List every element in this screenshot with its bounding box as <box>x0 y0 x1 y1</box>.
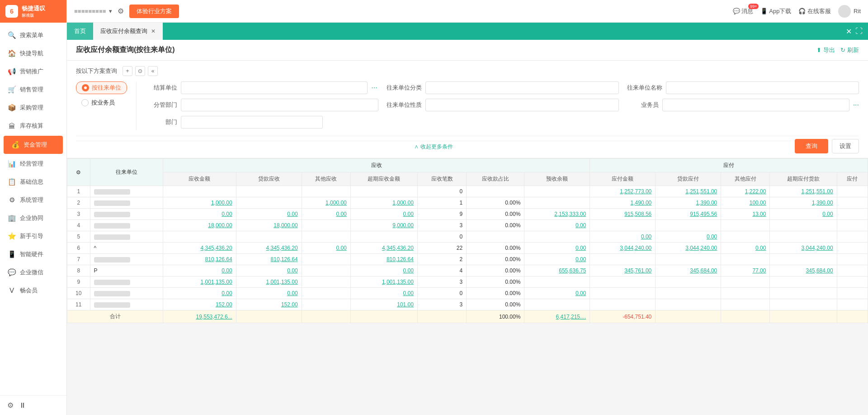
row-cell-other_recv <box>302 265 350 277</box>
window-close-icon[interactable]: ✕ <box>846 27 852 36</box>
filter-settlement: 结算单位 ··· <box>146 81 377 94</box>
row-cell-loan_recv: 18,000.00 <box>236 220 302 231</box>
radio-active-icon <box>82 84 89 91</box>
sidebar-item-marketing[interactable]: 📢 营销推广 <box>0 62 66 81</box>
col-recv-amt: 应收金额 <box>163 172 236 186</box>
row-id: 10 <box>67 288 90 299</box>
row-cell-pay_amt: 345,761.00 <box>590 265 656 277</box>
sidebar-item-basic-info[interactable]: 📋 基础信息 <box>0 173 66 191</box>
col-settings[interactable]: ⚙ <box>67 159 90 186</box>
row-cell-recv_pct: 0.00% <box>467 220 524 231</box>
row-id: 9 <box>67 277 90 288</box>
row-cell-advance_bal: 0.00 <box>524 288 590 299</box>
row-partner-name <box>90 299 163 310</box>
tab-home[interactable]: 首页 <box>67 23 93 40</box>
gear-icon[interactable]: ⚙ <box>118 7 124 15</box>
row-cell-pay_col <box>837 186 868 197</box>
search-icon-group: + ⊙ « <box>123 66 158 76</box>
refresh-button[interactable]: ↻ 刷新 <box>840 46 859 54</box>
sidebar-item-sales[interactable]: 🛒 销售管理 <box>0 81 66 99</box>
main-content: 应收应付余额查询(按往来单位) ⬆ 导出 ↻ 刷新 按以下方案查询 + ⊙ « <box>67 40 868 415</box>
row-cell-other_recv: 0.00 <box>302 243 350 254</box>
add-scheme-btn[interactable]: + <box>123 66 132 76</box>
table-row: 8P0.000.000.0040.00%655,636.75345,761.00… <box>67 265 868 277</box>
col-advance-bal: 预收余额 <box>524 172 590 186</box>
row-cell-recv_count: 9 <box>417 209 466 220</box>
view-by-partner[interactable]: 按往来单位 <box>76 81 127 94</box>
sidebar-item-search-menu[interactable]: 🔍 搜索菜单 <box>0 26 66 44</box>
row-cell-pay_amt <box>590 277 656 288</box>
table-row: 100.000.000.0000.00%0.00 <box>67 288 868 299</box>
settlement-more-icon[interactable]: ··· <box>371 84 377 92</box>
settlement-unit-input[interactable] <box>181 81 368 94</box>
row-cell-recv_pct: 0.00% <box>467 243 524 254</box>
partner-category-select[interactable] <box>425 81 619 94</box>
salesperson-more-icon[interactable]: ··· <box>853 101 859 109</box>
settings-icon[interactable]: ⚙ <box>7 401 14 410</box>
sidebar-item-system[interactable]: ⚙ 系统管理 <box>0 191 66 209</box>
row-cell-other_recv <box>302 299 350 310</box>
row-cell-recv_count: 0 <box>417 186 466 197</box>
window-expand-icon[interactable]: ⛶ <box>855 27 863 35</box>
collapse-icon[interactable]: ⏸ <box>19 401 26 410</box>
row-cell-other_pay <box>721 254 770 265</box>
partner-nature-select[interactable] <box>425 99 619 111</box>
row-cell-pay_amt: 0.00 <box>590 231 656 243</box>
partner-name-input[interactable] <box>666 81 859 94</box>
wechat-icon: 💬 <box>7 268 16 277</box>
department-select[interactable] <box>181 99 378 111</box>
avatar <box>838 5 851 18</box>
page-actions: ⬆ 导出 ↻ 刷新 <box>816 46 859 54</box>
topbar: ■■■■■■■■■ ▾ ⚙ 体验行业方案 💬 消息 99+ 📱 App下载 🎧 … <box>67 0 868 23</box>
row-cell-overdue_pay <box>770 288 837 299</box>
online-service-area[interactable]: 🎧 在线客服 <box>798 7 831 15</box>
row-cell-recv_pct: 0.00% <box>467 209 524 220</box>
footer-recv-amt: 19,553,472.6... <box>163 310 236 323</box>
setting-button[interactable]: 设置 <box>832 139 859 153</box>
row-cell-loan_pay <box>656 288 721 299</box>
sidebar-item-quick-nav[interactable]: 🏠 快捷导航 <box>0 44 66 62</box>
collapse-icon: ∧ <box>414 143 419 150</box>
purchase-icon: 📦 <box>7 103 16 112</box>
home-icon: 🏠 <box>7 49 16 58</box>
tab-close-icon[interactable]: ✕ <box>151 28 156 34</box>
row-partner-name <box>90 288 163 299</box>
row-cell-loan_recv: 810,126.64 <box>236 254 302 265</box>
row-cell-pay_col <box>837 243 868 254</box>
view-options: 按往来单位 按业务员 结算单位 ··· 往来单位分类 <box>76 81 859 130</box>
salesperson-input[interactable] <box>662 99 849 111</box>
notification-area[interactable]: 💬 消息 99+ <box>733 7 754 15</box>
sidebar-item-enterprise[interactable]: 🏢 企业协同 <box>0 209 66 227</box>
dept-select[interactable] <box>181 116 323 129</box>
col-overdue-pay: 超期应付货款 <box>770 172 837 186</box>
collapse-scheme-btn[interactable]: « <box>148 66 158 76</box>
data-table: ⚙ 往来单位 应收 应付 应收金额 贷款应收 其他应收 超期应收金额 应收笔数 … <box>67 158 868 323</box>
industry-btn[interactable]: 体验行业方案 <box>129 5 179 18</box>
user-area[interactable]: Rit <box>838 5 861 18</box>
app-download-area[interactable]: 📱 App下载 <box>760 7 791 15</box>
row-cell-recv_count: 4 <box>417 265 466 277</box>
sidebar-item-vip[interactable]: Ⅴ 畅会员 <box>0 281 66 300</box>
col-settings-icon[interactable]: ⚙ <box>76 169 81 176</box>
row-cell-recv_count: 1 <box>417 197 466 209</box>
row-cell-recv_pct: 0.00% <box>467 277 524 288</box>
row-cell-pay_col <box>837 265 868 277</box>
sales-icon: 🛒 <box>7 85 16 94</box>
row-cell-overdue_pay <box>770 220 837 231</box>
row-cell-advance_bal <box>524 186 590 197</box>
settings-scheme-btn[interactable]: ⊙ <box>135 66 145 76</box>
collapse-bar[interactable]: ∧ 收起更多条件 <box>76 141 791 153</box>
query-button[interactable]: 查询 <box>795 139 828 153</box>
export-button[interactable]: ⬆ 导出 <box>816 46 835 54</box>
sidebar-item-smart-device[interactable]: 📱 智能硬件 <box>0 245 66 263</box>
sidebar-item-wechat[interactable]: 💬 企业微信 <box>0 263 66 281</box>
sidebar-item-inventory[interactable]: 🏛 库存核算 <box>0 117 66 135</box>
sidebar-item-purchase[interactable]: 📦 采购管理 <box>0 99 66 117</box>
row-cell-recv_amt: 152.00 <box>163 299 236 310</box>
row-id: 6 <box>67 243 90 254</box>
sidebar-item-guide[interactable]: ⭐ 新手引导 <box>0 227 66 245</box>
sidebar-item-management[interactable]: 📊 经营管理 <box>0 155 66 173</box>
tab-query[interactable]: 应收应付余额查询 ✕ <box>93 23 163 40</box>
sidebar-item-finance[interactable]: 💰 资金管理 <box>4 136 63 154</box>
view-by-salesperson[interactable]: 按业务员 <box>76 97 127 109</box>
